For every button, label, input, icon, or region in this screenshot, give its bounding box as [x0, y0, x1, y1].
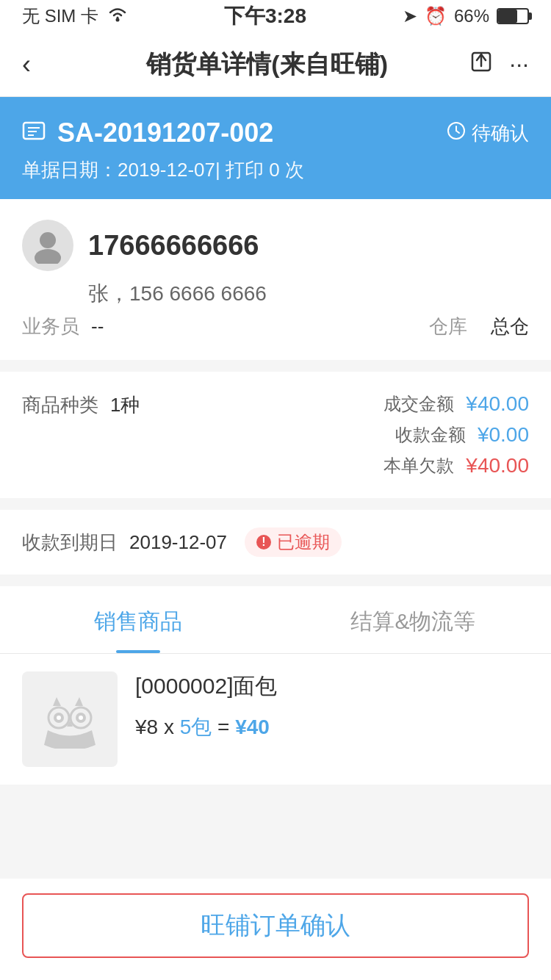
debt-label: 本单欠款	[383, 454, 454, 478]
more-icon[interactable]: ···	[509, 51, 529, 78]
due-label: 收款到期日	[22, 530, 118, 555]
svg-point-11	[35, 249, 61, 264]
due-date-card: 收款到期日 2019-12-07 ! 已逾期	[0, 510, 551, 574]
order-icon	[22, 118, 48, 148]
svg-text:+: +	[76, 735, 84, 749]
price-qty: 5包	[180, 716, 212, 738]
price-total: ¥40	[235, 716, 270, 738]
product-card: + [0000002]面包 ¥8 x 5包 = ¥40	[0, 654, 551, 785]
page-title: 销货单详情(来自旺铺)	[146, 48, 388, 82]
overdue-icon: !	[256, 535, 271, 550]
order-number: SA-20191207-002	[22, 118, 273, 148]
due-date-value: 2019-12-07	[129, 531, 227, 554]
confirm-order-button[interactable]: 旺铺订单确认	[22, 893, 529, 958]
order-status: 待确认	[447, 120, 529, 146]
tab-sales-products[interactable]: 销售商品	[0, 586, 276, 653]
tab-settlement[interactable]: 结算&物流等	[276, 586, 551, 653]
svg-point-16	[57, 716, 61, 720]
warehouse-value: 总仓	[491, 314, 529, 339]
transaction-row: 成交金额 ¥40.00	[383, 392, 529, 416]
stats-card: 商品种类 1种 成交金额 ¥40.00 收款金额 ¥0.00 本单欠款 ¥40.…	[0, 372, 551, 498]
salesperson-value: --	[91, 315, 104, 338]
price-base: ¥8 x	[135, 716, 180, 738]
transaction-label: 成交金额	[383, 392, 454, 416]
product-price: ¥8 x 5包 = ¥40	[135, 713, 529, 741]
wifi-icon	[107, 6, 128, 26]
clock-icon	[447, 121, 466, 145]
product-info: [0000002]面包 ¥8 x 5包 = ¥40	[135, 671, 529, 741]
svg-line-9	[456, 131, 459, 133]
customer-phone: 17666666666	[88, 230, 259, 262]
status-left: 无 SIM 卡	[22, 4, 128, 28]
svg-marker-19	[75, 697, 83, 706]
status-time: 下午3:28	[224, 2, 306, 30]
overdue-badge: ! 已逾期	[245, 527, 342, 557]
battery-percent: 66%	[454, 6, 489, 26]
share-icon[interactable]	[468, 48, 494, 81]
back-button[interactable]: ‹	[22, 49, 66, 80]
order-date: 单据日期：2019-12-07| 打印 0 次	[22, 157, 529, 183]
received-label: 收款金额	[395, 423, 466, 447]
tabs-container: 销售商品 结算&物流等	[0, 586, 551, 654]
debt-amount: ¥40.00	[466, 454, 529, 478]
amount-stats: 成交金额 ¥40.00 收款金额 ¥0.00 本单欠款 ¥40.00	[383, 392, 529, 478]
svg-point-0	[116, 18, 120, 22]
carrier-text: 无 SIM 卡	[22, 4, 98, 28]
customer-card: 17666666666 张，156 6666 6666 业务员 -- 仓库 总仓	[0, 199, 551, 360]
status-text: 待确认	[472, 120, 529, 146]
nav-bar: ‹ 销货单详情(来自旺铺) ···	[0, 32, 551, 97]
customer-info-row: 业务员 -- 仓库 总仓	[22, 314, 529, 339]
product-image: +	[22, 671, 118, 767]
transaction-amount: ¥40.00	[466, 392, 529, 416]
svg-marker-18	[53, 697, 61, 706]
overdue-text: 已逾期	[277, 530, 330, 554]
customer-top: 17666666666	[22, 220, 529, 271]
order-number-row: SA-20191207-002 待确认	[22, 118, 529, 148]
debt-row: 本单欠款 ¥40.00	[383, 454, 529, 478]
status-bar: 无 SIM 卡 下午3:28 ➤ ⏰ 66%	[0, 0, 551, 32]
order-header: SA-20191207-002 待确认 单据日期：2019-12-07| 打印 …	[0, 97, 551, 199]
status-right: ➤ ⏰ 66%	[403, 6, 529, 26]
battery-icon	[497, 8, 529, 24]
product-type: 商品种类 1种	[22, 392, 383, 418]
customer-name: 张，156 6666 6666	[22, 280, 529, 308]
product-name: [0000002]面包	[135, 671, 529, 702]
received-amount: ¥0.00	[478, 423, 529, 447]
nav-actions: ···	[468, 48, 529, 81]
product-type-value: 1种	[110, 392, 140, 418]
svg-point-10	[40, 232, 56, 248]
received-row: 收款金额 ¥0.00	[395, 423, 529, 447]
price-equals: =	[212, 716, 235, 738]
warehouse-label: 仓库	[429, 314, 467, 339]
svg-point-17	[79, 716, 83, 720]
tab-underline	[116, 650, 160, 653]
alarm-icon: ⏰	[425, 6, 447, 26]
bottom-area: 旺铺订单确认	[0, 879, 551, 980]
salesperson-label: 业务员	[22, 314, 79, 339]
location-icon: ➤	[403, 6, 417, 26]
product-type-label: 商品种类	[22, 392, 98, 418]
avatar	[22, 220, 73, 271]
